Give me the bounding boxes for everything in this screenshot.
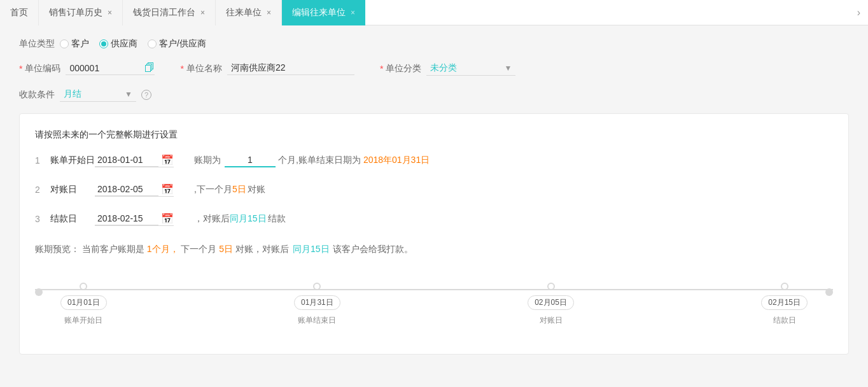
unit-name-label: 单位名称 bbox=[186, 63, 222, 74]
tab-cash-workbench-close[interactable]: × bbox=[200, 8, 205, 17]
unit-code-input[interactable] bbox=[66, 62, 142, 74]
step-2-date-input-wrapper: 📅 bbox=[95, 183, 174, 197]
timeline-endpoint-left bbox=[35, 288, 43, 296]
timeline-endpoint-right bbox=[825, 288, 833, 296]
tab-edit-partner-label: 编辑往来单位 bbox=[292, 7, 346, 18]
payment-terms-help-icon[interactable]: ? bbox=[141, 90, 151, 100]
step-3-desc-suffix: 结款 bbox=[268, 213, 286, 225]
step-2-desc-highlight: 5日 bbox=[232, 184, 246, 195]
step-1-period-prefix: 账期为 bbox=[194, 155, 221, 166]
preview-end: 该客户会给我打款。 bbox=[333, 244, 413, 254]
period-input[interactable] bbox=[225, 153, 276, 167]
step-3-desc-highlight: 同月15日 bbox=[230, 213, 267, 225]
preview-text: 账期预览： 当前客户账期是 1个月， 下一个月 5日 对账，对账后 同月15日 … bbox=[35, 241, 833, 257]
step-3-date-input-wrapper: 📅 bbox=[95, 212, 174, 226]
timeline-node-0: 01月01日 账单开始日 bbox=[60, 283, 107, 326]
step-2-date-input[interactable] bbox=[95, 183, 158, 196]
unit-code-label: 单位编码 bbox=[25, 63, 60, 74]
node-circle-2 bbox=[547, 283, 555, 290]
radio-customer[interactable]: 客户 bbox=[60, 38, 89, 50]
tab-home-label: 首页 bbox=[10, 7, 28, 18]
radio-supplier[interactable]: 供应商 bbox=[99, 38, 137, 50]
tab-edit-partner-close[interactable]: × bbox=[351, 8, 355, 17]
unit-category-value: 未分类 bbox=[430, 62, 501, 74]
payment-terms-field: 收款条件 月结 ▼ ? bbox=[19, 87, 151, 102]
node-circle-1 bbox=[313, 283, 321, 290]
node-desc-3: 结款日 bbox=[773, 315, 796, 326]
timeline-nodes: 01月01日 账单开始日 01月31日 账单结束日 02月05日 对账日 02月… bbox=[60, 283, 808, 326]
tab-partner-units-label: 往来单位 bbox=[226, 7, 262, 18]
step-1-calendar-icon[interactable]: 📅 bbox=[161, 154, 174, 166]
timeline-container: 01月01日 账单开始日 01月31日 账单结束日 02月05日 对账日 02月… bbox=[35, 270, 833, 339]
tab-cash-workbench[interactable]: 钱货日清工作台 × bbox=[123, 0, 216, 25]
node-desc-2: 对账日 bbox=[540, 315, 563, 326]
unit-type-label: 单位类型 bbox=[19, 38, 55, 50]
unit-category-dropdown-icon: ▼ bbox=[504, 64, 512, 73]
tab-sales-history-close[interactable]: × bbox=[108, 8, 112, 17]
step-1-date-input-wrapper: 📅 bbox=[95, 153, 174, 167]
radio-both[interactable]: 客户/供应商 bbox=[148, 38, 206, 50]
preview-before1: 当前客户账期是 bbox=[82, 244, 144, 254]
step-1-date-input[interactable] bbox=[95, 153, 158, 167]
step-3-date-field: 📅 bbox=[95, 212, 184, 226]
payment-terms-row: 收款条件 月结 ▼ ? bbox=[19, 87, 849, 102]
unit-code-input-wrapper: 🗍 bbox=[66, 62, 155, 75]
node-label-0: 01月01日 bbox=[60, 295, 107, 310]
preview-label: 账期预览： bbox=[35, 244, 80, 254]
tab-partner-units-close[interactable]: × bbox=[267, 8, 271, 17]
unit-name-field: * 单位名称 bbox=[180, 62, 354, 75]
preview-teal: 同月15日 bbox=[293, 244, 330, 254]
node-circle-0 bbox=[80, 283, 87, 290]
unit-code-search-icon[interactable]: 🗍 bbox=[144, 62, 155, 74]
unit-name-input[interactable] bbox=[227, 62, 354, 75]
tab-partner-units[interactable]: 往来单位 × bbox=[216, 0, 282, 25]
step-1-desc: 账期为 个月,账单结束日期为 2018年01月31日 bbox=[194, 153, 430, 167]
radio-both-circle bbox=[148, 39, 157, 48]
unit-category-star: * bbox=[380, 64, 383, 74]
step-3-num: 3 bbox=[35, 214, 50, 224]
step-2-name: 对账日 bbox=[50, 184, 95, 195]
step-2-calendar-icon[interactable]: 📅 bbox=[161, 183, 174, 195]
node-circle-3 bbox=[781, 283, 788, 290]
unit-type-radio-group: 客户 供应商 客户/供应商 bbox=[60, 38, 206, 50]
radio-customer-label: 客户 bbox=[71, 38, 89, 50]
step-3-calendar-icon[interactable]: 📅 bbox=[161, 213, 174, 225]
step-2-row: 2 对账日 📅 ,下一个月 5日 对账 bbox=[35, 183, 833, 197]
node-label-2: 02月05日 bbox=[528, 295, 574, 310]
payment-terms-dropdown-icon: ▼ bbox=[125, 90, 132, 99]
unit-category-select[interactable]: 未分类 ▼ bbox=[426, 61, 515, 76]
tabs-more-button[interactable]: › bbox=[850, 0, 868, 25]
preview-orange1: 1个月， bbox=[147, 244, 179, 254]
node-label-3: 02月15日 bbox=[761, 295, 808, 310]
payment-terms-label: 收款条件 bbox=[19, 89, 55, 101]
unit-details-row: * 单位编码 🗍 * 单位名称 * 单位分类 未分类 ▼ bbox=[19, 61, 849, 76]
step-1-date-field: 📅 bbox=[95, 153, 184, 167]
node-label-1: 01月31日 bbox=[294, 295, 340, 310]
step-1-num: 1 bbox=[35, 155, 50, 165]
preview-mid: 对账，对账后 bbox=[235, 244, 289, 254]
step-1-name: 账单开始日 bbox=[50, 155, 95, 166]
unit-name-star: * bbox=[180, 64, 183, 74]
unit-category-label: 单位分类 bbox=[386, 63, 421, 74]
node-desc-0: 账单开始日 bbox=[64, 315, 102, 326]
tabs-bar: 首页 销售订单历史 × 钱货日清工作台 × 往来单位 × 编辑往来单位 × › bbox=[0, 0, 868, 25]
settings-card: 请按照未来的一个完整帐期进行设置 1 账单开始日 📅 账期为 个月,账单结束日期… bbox=[19, 113, 849, 355]
step-3-name: 结款日 bbox=[50, 213, 95, 225]
step-3-desc: ，对账后 同月15日 结款 bbox=[194, 213, 286, 225]
radio-supplier-circle bbox=[99, 39, 108, 48]
payment-terms-value: 月结 bbox=[64, 88, 122, 100]
step-2-num: 2 bbox=[35, 185, 50, 195]
radio-both-label: 客户/供应商 bbox=[159, 38, 206, 50]
step-3-row: 3 结款日 📅 ，对账后 同月15日 结款 bbox=[35, 212, 833, 226]
tab-edit-partner[interactable]: 编辑往来单位 × bbox=[282, 0, 365, 25]
tab-sales-history[interactable]: 销售订单历史 × bbox=[39, 0, 123, 25]
step-1-period-end-date: 2018年01月31日 bbox=[363, 155, 430, 166]
step-3-desc-prefix: ，对账后 bbox=[194, 213, 230, 225]
unit-category-field: * 单位分类 未分类 ▼ bbox=[380, 61, 515, 76]
timeline-node-3: 02月15日 结款日 bbox=[761, 283, 808, 326]
step-2-desc-suffix: 对账 bbox=[248, 184, 265, 195]
step-1-period-unit-prefix: 个月,账单结束日期为 bbox=[278, 155, 361, 166]
tab-home[interactable]: 首页 bbox=[0, 0, 39, 25]
payment-terms-select[interactable]: 月结 ▼ bbox=[60, 87, 136, 102]
step-3-date-input[interactable] bbox=[95, 212, 158, 225]
